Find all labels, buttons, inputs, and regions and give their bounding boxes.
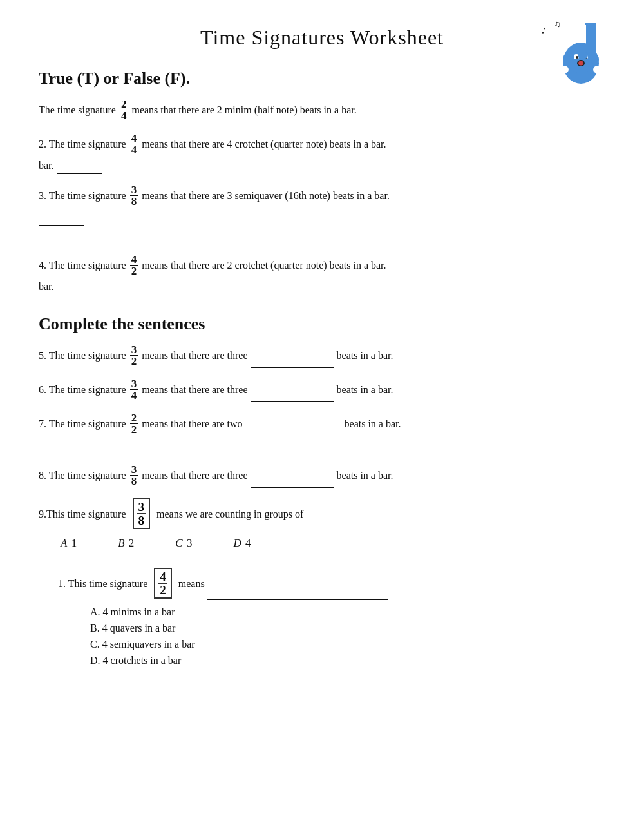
section1-title: True (T) or False (F). bbox=[39, 69, 605, 88]
svg-point-9 bbox=[578, 61, 583, 66]
q3-sig-bot: 8 bbox=[130, 196, 138, 207]
header-title: Time Signatures Worksheet bbox=[39, 26, 605, 50]
q3-sig-top: 3 bbox=[130, 184, 138, 196]
q5-prefix: 5. The time signature bbox=[39, 350, 129, 361]
q2-text: means that there are 4 crotchet (quarter… bbox=[142, 139, 386, 150]
q2-sig-top: 4 bbox=[130, 133, 138, 144]
q7-suffix: beats in a bar. bbox=[345, 418, 401, 429]
q6-prefix: 6. The time signature bbox=[39, 384, 129, 395]
q1-sig-top: 2 bbox=[120, 99, 128, 110]
q5-sig-bot: 2 bbox=[130, 356, 138, 367]
q3-blank bbox=[39, 214, 84, 226]
option-c-text: 4 semiquavers in a bar bbox=[102, 639, 195, 650]
q9-options: A 1 B 2 C 3 D 4 bbox=[58, 537, 605, 550]
q9-text: means we are counting in groups of bbox=[156, 508, 303, 519]
q2-sig-bot: 4 bbox=[130, 144, 138, 155]
svg-point-12 bbox=[560, 66, 569, 73]
q8-sig-top: 3 bbox=[130, 464, 138, 476]
q9-option-d: D 4 bbox=[232, 537, 251, 550]
question-6: 6. The time signature 3 4 means that the… bbox=[39, 380, 605, 402]
option-b-letter: B. bbox=[90, 623, 100, 634]
q1-blank bbox=[359, 111, 398, 122]
q5-suffix: beats in a bar. bbox=[337, 350, 393, 361]
question-3: 3. The time signature 3 8 means that the… bbox=[39, 186, 605, 226]
question-8: 8. The time signature 3 8 means that the… bbox=[39, 448, 605, 488]
q9-sig-bot: 8 bbox=[137, 514, 146, 527]
q3-text: means that there are 3 semiquaver (16th … bbox=[142, 190, 390, 201]
svg-marker-14 bbox=[586, 23, 596, 55]
q1-sig-bot: 4 bbox=[120, 110, 128, 121]
question-7: 7. The time signature 2 2 means that the… bbox=[39, 414, 605, 436]
q1b-text: means bbox=[178, 578, 205, 589]
q4-prefix: 4. The time signature bbox=[39, 260, 129, 271]
q1b-prefix: This time signature bbox=[68, 578, 148, 589]
option-a: A. 4 minims in a bar bbox=[90, 606, 605, 618]
section3: 9.This time signature 3 8 means we are c… bbox=[39, 499, 605, 550]
question-4: 4. The time signature 4 2 means that the… bbox=[39, 237, 605, 295]
q9-sig-top: 3 bbox=[137, 501, 146, 514]
q2-prefix: 2. The time signature bbox=[39, 139, 129, 150]
option-b-text: 4 quavers in a bar bbox=[102, 623, 176, 634]
svg-point-13 bbox=[593, 66, 602, 73]
svg-rect-16 bbox=[585, 23, 596, 25]
svg-text:♪: ♪ bbox=[541, 23, 547, 36]
svg-point-10 bbox=[563, 54, 571, 64]
q4-text: means that there are 2 crotchet (quarter… bbox=[142, 260, 386, 271]
q5-time-sig: 3 2 bbox=[130, 344, 138, 367]
q9-blank bbox=[306, 519, 370, 530]
q8-text: means that there are three bbox=[142, 470, 247, 481]
section4: 1. This time signature 4 2 means A. 4 mi… bbox=[58, 569, 605, 666]
question-2: 2. The time signature 4 4 means that the… bbox=[39, 134, 605, 174]
q9-option-b-val: 2 bbox=[129, 537, 135, 549]
q1b-blank bbox=[207, 588, 388, 600]
q7-sig-top: 2 bbox=[130, 412, 138, 424]
option-b: B. 4 quavers in a bar bbox=[90, 623, 605, 634]
q7-text: means that there are two bbox=[142, 418, 242, 429]
q9-option-a-val: 1 bbox=[71, 537, 77, 549]
q4-sig-bot: 2 bbox=[130, 266, 138, 276]
q2-time-sig: 4 4 bbox=[130, 133, 138, 155]
q9-prefix: 9.This time signature bbox=[39, 508, 126, 519]
q6-sig-bot: 4 bbox=[130, 390, 138, 401]
svg-point-15 bbox=[578, 52, 588, 59]
q1-time-sig: 2 4 bbox=[120, 99, 128, 121]
q3-time-sig: 3 8 bbox=[130, 184, 138, 207]
q5-blank bbox=[251, 356, 334, 368]
q8-sig-bot: 8 bbox=[130, 476, 138, 487]
q9-option-d-val: 4 bbox=[245, 537, 251, 549]
option-d: D. 4 crotchets in a bar bbox=[90, 655, 605, 666]
q9-option-b: B 2 bbox=[117, 537, 134, 550]
section1: True (T) or False (F). The time signatur… bbox=[39, 69, 605, 295]
q6-sig-top: 3 bbox=[130, 378, 138, 390]
option-c-letter: C. bbox=[90, 639, 100, 650]
q3-prefix: 3. The time signature bbox=[39, 190, 129, 201]
q9-option-c: C 3 bbox=[174, 537, 192, 550]
q1-prefix: The time signature bbox=[39, 104, 118, 115]
section2: Complete the sentences 5. The time signa… bbox=[39, 314, 605, 488]
page-header: Time Signatures Worksheet ♪ ♫ bbox=[39, 26, 605, 50]
q8-prefix: 8. The time signature bbox=[39, 470, 129, 481]
q7-time-sig: 2 2 bbox=[130, 412, 138, 435]
q9-option-c-val: 3 bbox=[187, 537, 193, 549]
option-d-text: 4 crotchets in a bar bbox=[103, 655, 182, 666]
q1b-sig-top: 4 bbox=[158, 570, 167, 584]
q4-sig-top: 4 bbox=[130, 254, 138, 266]
option-a-letter: A. bbox=[90, 606, 100, 617]
q2-bar-label: bar. bbox=[39, 160, 57, 171]
q7-sig-bot: 2 bbox=[130, 424, 138, 435]
music-character-illustration: ♪ ♫ bbox=[535, 19, 605, 90]
section2-title: Complete the sentences bbox=[39, 314, 605, 334]
question-1: The time signature 2 4 means that there … bbox=[39, 100, 605, 122]
q6-text: means that there are three bbox=[142, 384, 247, 395]
q-num-1: 1. bbox=[58, 578, 68, 589]
svg-text:♫: ♫ bbox=[554, 19, 561, 29]
option-a-text: 4 minims in a bar bbox=[103, 606, 175, 617]
q6-blank bbox=[251, 391, 334, 402]
q5-sig-top: 3 bbox=[130, 344, 138, 356]
option-c: C. 4 semiquavers in a bar bbox=[90, 639, 605, 650]
q1b-time-sig: 4 2 bbox=[154, 568, 172, 599]
q1b-sig-bot: 2 bbox=[158, 584, 167, 596]
q4-bar-label: bar. bbox=[39, 281, 57, 292]
q9-option-a: A 1 bbox=[59, 537, 77, 550]
q9-time-sig: 3 8 bbox=[133, 498, 151, 529]
